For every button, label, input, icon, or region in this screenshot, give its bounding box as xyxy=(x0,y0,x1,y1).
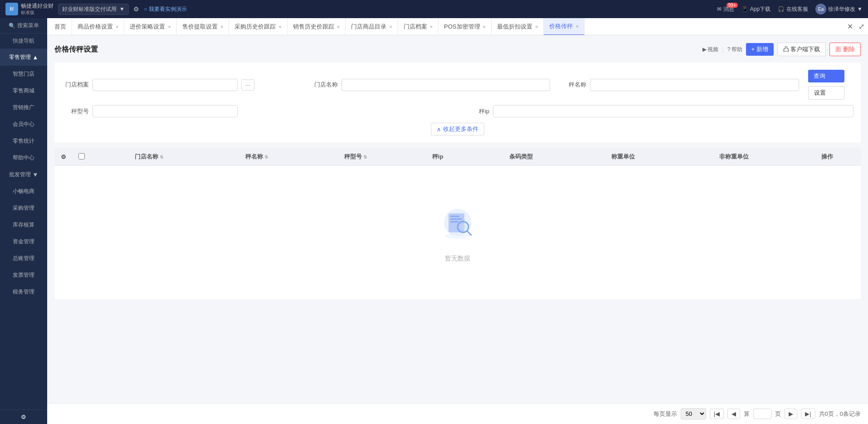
headset-icon: 🎧 xyxy=(778,6,785,12)
sidebar-item-help-center[interactable]: 帮助中心 xyxy=(0,149,47,166)
tab-store-catalog[interactable]: 门店商品目录 × xyxy=(346,18,398,35)
sidebar-item-label: 发票管理 xyxy=(13,271,34,279)
tab-close-icon[interactable]: × xyxy=(116,24,118,29)
data-table: ⚙ 门店名称 秤名称 秤型号 秤ip 条码类型 称重单位 非称重单位 xyxy=(54,148,861,299)
sidebar-item-finance-mgmt[interactable]: 资金管理 xyxy=(0,233,47,250)
online-service-button[interactable]: 🎧 在线客服 xyxy=(778,5,808,13)
sidebar-item-label: 资金管理 xyxy=(13,238,34,246)
add-button[interactable]: + 新增 xyxy=(746,43,774,56)
tab-bar: 首页 商品价格设置 × 进价策略设置 × 售价提取设置 × 采购历史价跟踪 × xyxy=(47,18,868,35)
tab-min-discount[interactable]: 最低折扣设置 × xyxy=(492,18,544,35)
per-page-label: 每页显示 xyxy=(653,410,677,418)
store-archive-label: 门店档案 xyxy=(62,81,89,89)
tab-close-icon[interactable]: × xyxy=(575,24,578,29)
prev-page-button[interactable]: ◀ xyxy=(727,409,740,419)
page-actions: ▶ 视频 | ? 帮助 + 新增 凸 客户端下载 xyxy=(702,43,861,56)
app-download-button[interactable]: 📱 App下载 xyxy=(741,5,770,13)
tab-price-settings[interactable]: 商品价格设置 × xyxy=(72,18,124,35)
sidebar-item-label: 小畅电商 xyxy=(13,188,34,195)
sidebar-search[interactable]: 🔍 搜索菜单 xyxy=(0,18,47,34)
scale-model-input[interactable] xyxy=(93,105,238,117)
store-name-input[interactable] xyxy=(341,79,551,91)
sidebar-item-label: 智慧门店 xyxy=(13,70,34,78)
search-form: 门店档案 ··· 门店名称 秤名称 xyxy=(54,63,861,143)
sidebar-settings[interactable]: ⚙ xyxy=(0,410,47,424)
sidebar-item-retail-stats[interactable]: 零售统计 xyxy=(0,133,47,149)
first-page-button[interactable]: |◀ xyxy=(710,409,724,419)
store-archive-ellipsis-button[interactable]: ··· xyxy=(241,79,254,91)
tab-close-button[interactable]: ✕ xyxy=(845,20,855,33)
tab-purchase-strategy[interactable]: 进价策略设置 × xyxy=(124,18,176,35)
sidebar-item-label: 帮助中心 xyxy=(13,154,34,162)
last-page-button[interactable]: ▶| xyxy=(801,409,815,419)
chevron-up-icon: ▲ xyxy=(33,54,39,61)
col-scale-model[interactable]: 秤型号 xyxy=(306,148,405,166)
store-archive-input[interactable] xyxy=(93,79,238,91)
tab-close-icon[interactable]: × xyxy=(389,24,392,29)
form-group-scale-ip: 秤ip xyxy=(462,105,853,117)
sidebar-item-marketing[interactable]: 营销推广 xyxy=(0,99,47,116)
sidebar-item-label: 零售统计 xyxy=(13,137,34,145)
settings-gear-button[interactable]: ⚙ xyxy=(133,5,139,13)
version-selector[interactable]: 好业财标准版交付试用 ▼ xyxy=(58,4,129,15)
search-icon: 🔍 xyxy=(9,23,15,29)
tab-close-icon[interactable]: × xyxy=(278,24,281,29)
next-page-button[interactable]: ▶ xyxy=(785,409,797,419)
tab-price-scale[interactable]: 价格传秤 × xyxy=(544,18,584,35)
tab-sale-price[interactable]: 售价提取设置 × xyxy=(177,18,229,35)
sidebar-item-label: 会员中心 xyxy=(13,120,34,128)
sidebar-item-inventory[interactable]: 库存核算 xyxy=(0,217,47,233)
query-button[interactable]: 查询 xyxy=(808,70,844,82)
tab-close-icon[interactable]: × xyxy=(483,24,486,29)
tab-close-icon[interactable]: × xyxy=(535,24,538,29)
page-number-input[interactable]: 1 xyxy=(753,409,771,419)
tab-close-icon[interactable]: × xyxy=(168,24,171,29)
delete-button[interactable]: 面 删除 xyxy=(829,43,861,56)
col-store-name[interactable]: 门店名称 xyxy=(91,148,207,166)
collapse-button[interactable]: ∧ 收起更多条件 xyxy=(431,123,484,135)
demo-link[interactable]: ○ 我要看实例演示 xyxy=(144,5,187,13)
sidebar-item-invoice-mgmt[interactable]: 发票管理 xyxy=(0,267,47,284)
scale-ip-input[interactable] xyxy=(493,105,853,117)
sidebar-item-wholesale-mgmt[interactable]: 批发管理 ▼ xyxy=(0,166,47,183)
sidebar-item-xiaochange-ecom[interactable]: 小畅电商 xyxy=(0,183,47,200)
tab-close-icon[interactable]: × xyxy=(430,24,433,29)
help-link[interactable]: ? 帮助 xyxy=(727,46,742,53)
sidebar-item-general-ledger[interactable]: 总账管理 xyxy=(0,250,47,267)
chevron-down-icon: ▼ xyxy=(33,171,39,178)
settings-button[interactable]: 设置 xyxy=(808,86,844,100)
play-icon: ▶ xyxy=(702,46,707,53)
tab-store-archive[interactable]: 门店档案 × xyxy=(398,18,439,35)
video-link[interactable]: ▶ 视频 xyxy=(702,46,718,53)
col-scale-name[interactable]: 秤名称 xyxy=(207,148,306,166)
sidebar-item-member-center[interactable]: 会员中心 xyxy=(0,116,47,133)
tab-expand-button[interactable]: ⤢ xyxy=(857,20,866,33)
tab-sales-history[interactable]: 销售历史价跟踪 × xyxy=(288,18,346,35)
col-settings[interactable]: ⚙ xyxy=(54,148,73,166)
sidebar-item-purchase-mgmt[interactable]: 采购管理 xyxy=(0,200,47,217)
page-label: 页 xyxy=(775,410,781,418)
select-all-checkbox[interactable] xyxy=(78,153,85,159)
tab-close-icon[interactable]: × xyxy=(220,24,223,29)
empty-state: 暂无数据 xyxy=(54,166,861,299)
scale-model-label: 秤型号 xyxy=(62,107,89,116)
sidebar-quick-nav[interactable]: 快捷导航 xyxy=(0,34,47,49)
user-info[interactable]: Ea 徐泽华修改 ▼ xyxy=(815,4,863,14)
sidebar-item-retail-mall[interactable]: 零售商城 xyxy=(0,82,47,99)
tab-pos-mgmt[interactable]: POS加密管理 × xyxy=(439,18,492,35)
scale-name-input[interactable] xyxy=(590,79,799,91)
page-size-select[interactable]: 50 20 100 xyxy=(681,408,706,419)
form-row-1: 门店档案 ··· 门店名称 秤名称 xyxy=(62,70,853,100)
sidebar-item-retail-mgmt[interactable]: 零售管理 ▲ xyxy=(0,49,47,66)
sidebar-item-tax-mgmt[interactable]: 税务管理 xyxy=(0,284,47,300)
svg-point-1 xyxy=(445,233,470,239)
messages-button[interactable]: ✉ 消息 99+ xyxy=(717,5,734,13)
sidebar-item-smart-store[interactable]: 智慧门店 xyxy=(0,66,47,82)
sidebar-item-label: 采购管理 xyxy=(13,204,34,212)
pagination-bar: 每页显示 50 20 100 |◀ ◀ 算 1 页 ▶ ▶| 共0页，0条记录 xyxy=(47,403,868,424)
download-button[interactable]: 凸 客户端下载 xyxy=(777,43,826,56)
tab-home[interactable]: 首页 xyxy=(49,18,72,35)
tab-purchase-history[interactable]: 采购历史价跟踪 × xyxy=(229,18,287,35)
svg-rect-5 xyxy=(450,221,458,222)
tab-close-icon[interactable]: × xyxy=(337,24,340,29)
